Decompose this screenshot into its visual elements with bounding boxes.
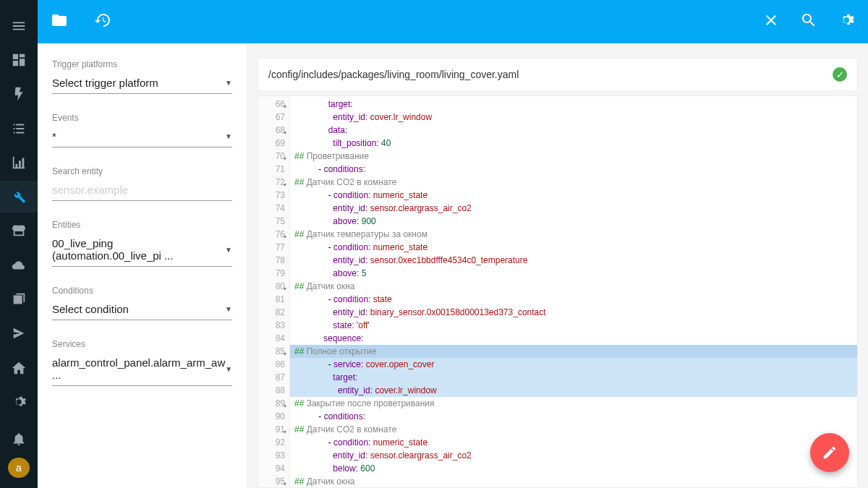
- gear-icon[interactable]: [0, 386, 38, 417]
- search-input[interactable]: sensor.example: [52, 181, 232, 201]
- gutter: 66▾6768▾6970▾7172▾73747576▾77787980▾8182…: [258, 96, 290, 487]
- editor-pane: /config/includes/packages/living_room/li…: [247, 43, 868, 488]
- arrow-icon[interactable]: [0, 318, 38, 349]
- search-icon[interactable]: [800, 12, 817, 32]
- list-icon[interactable]: [0, 113, 38, 144]
- nav-rail: a: [0, 0, 38, 488]
- chart-icon[interactable]: [0, 147, 38, 178]
- entities-select[interactable]: 00_live_ping (automation.00_live_pi ...▼: [52, 234, 232, 267]
- bell-icon[interactable]: [0, 424, 38, 455]
- close-icon[interactable]: [762, 12, 780, 32]
- dashboard-icon[interactable]: [0, 44, 38, 75]
- trigger-select[interactable]: Select trigger platform▼: [52, 74, 232, 94]
- media-icon[interactable]: [0, 283, 38, 314]
- entities-label: Entities: [52, 220, 232, 230]
- home-icon[interactable]: [0, 352, 38, 383]
- trigger-label: Trigger platforms: [52, 59, 232, 69]
- store-icon[interactable]: [0, 215, 38, 247]
- menu-icon[interactable]: [0, 10, 38, 41]
- side-panel: Trigger platforms Select trigger platfor…: [38, 43, 247, 488]
- wrench-icon[interactable]: [0, 181, 38, 212]
- settings-icon[interactable]: [838, 12, 855, 32]
- valid-icon: ✓: [833, 67, 847, 82]
- edit-fab[interactable]: [810, 433, 849, 472]
- services-label: Services: [52, 339, 232, 349]
- code-editor[interactable]: 66▾6768▾6970▾7172▾73747576▾77787980▾8182…: [258, 95, 858, 488]
- lightning-icon[interactable]: [0, 79, 38, 110]
- conditions-label: Conditions: [52, 286, 232, 296]
- cloud-icon[interactable]: [0, 249, 38, 281]
- search-label: Search entity: [52, 166, 232, 176]
- avatar[interactable]: a: [8, 458, 30, 478]
- filepath-text: /config/includes/packages/living_room/li…: [268, 69, 519, 80]
- events-label: Events: [52, 113, 232, 123]
- events-select[interactable]: *▼: [52, 127, 232, 147]
- topbar: [38, 0, 868, 43]
- main: Trigger platforms Select trigger platfor…: [38, 0, 868, 488]
- filepath-bar: /config/includes/packages/living_room/li…: [258, 58, 858, 91]
- history-icon[interactable]: [94, 12, 111, 32]
- folder-icon[interactable]: [51, 12, 68, 32]
- conditions-select[interactable]: Select condition▼: [52, 300, 232, 320]
- services-select[interactable]: alarm_control_panel.alarm_arm_aw ...▼: [52, 354, 232, 386]
- code-body[interactable]: target: entity_id: cover.lr_window data:…: [290, 96, 857, 487]
